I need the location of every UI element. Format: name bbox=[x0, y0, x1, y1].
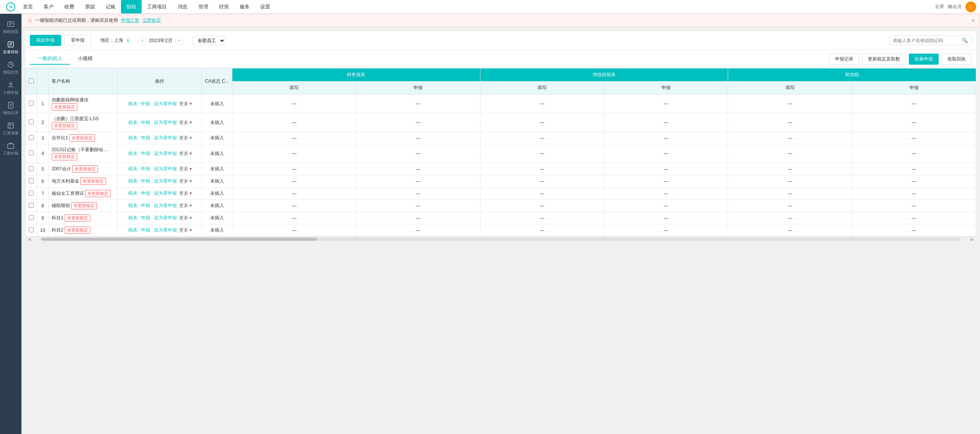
update-quota-btn[interactable]: 更新税定及取数 bbox=[862, 54, 906, 65]
tab-zero-declare[interactable]: 零申报 bbox=[64, 35, 91, 46]
row-checkbox-3[interactable] bbox=[29, 150, 34, 155]
row-checkbox-cell[interactable] bbox=[26, 200, 37, 212]
op-declare-1[interactable]: 申报 bbox=[141, 120, 150, 125]
nav-billing[interactable]: 收费 bbox=[59, 0, 80, 13]
upgrade-btn[interactable]: 畅会员 bbox=[948, 3, 962, 10]
row-checkbox-4[interactable] bbox=[29, 166, 34, 171]
sub-tab-small[interactable]: 小规模 bbox=[70, 53, 100, 65]
row-checkbox-cell[interactable] bbox=[26, 188, 37, 200]
row-checkbox-1[interactable] bbox=[29, 119, 34, 124]
op-zero-3[interactable]: 设为零申报 bbox=[154, 151, 177, 156]
op-zero-0[interactable]: 设为零申报 bbox=[154, 101, 177, 106]
op-declare-8[interactable]: 申报 bbox=[141, 215, 150, 220]
row-checkbox-cell[interactable] bbox=[26, 175, 37, 188]
app-logo[interactable] bbox=[4, 0, 18, 14]
op-taxform-2[interactable]: 税表 bbox=[128, 135, 137, 140]
scroll-thumb[interactable] bbox=[41, 238, 317, 241]
nav-manage[interactable]: 管理 bbox=[193, 0, 214, 13]
op-more-1[interactable]: 更多 ▾ bbox=[179, 120, 192, 125]
row-checkbox-cell[interactable] bbox=[26, 224, 37, 237]
op-taxform-7[interactable]: 税表 bbox=[128, 203, 137, 208]
op-taxform-0[interactable]: 税表 bbox=[128, 101, 137, 106]
nav-bookkeeping[interactable]: 记账 bbox=[100, 0, 121, 13]
nav-message[interactable]: 消息 bbox=[172, 0, 193, 13]
op-more-0[interactable]: 更多 ▾ bbox=[179, 101, 192, 106]
retrieve-result-btn[interactable]: 收取回执 bbox=[942, 54, 972, 65]
op-more-4[interactable]: 更多 ▾ bbox=[179, 166, 192, 171]
op-more-6[interactable]: 更多 ▾ bbox=[179, 191, 192, 196]
row-checkbox-cell[interactable] bbox=[26, 163, 37, 175]
nav-home[interactable]: 首页 bbox=[18, 0, 38, 13]
row-checkbox-cell[interactable] bbox=[26, 95, 37, 113]
nav-tax[interactable]: 报税 bbox=[121, 0, 142, 13]
op-more-8[interactable]: 更多 ▾ bbox=[179, 215, 192, 220]
search-input[interactable] bbox=[890, 36, 959, 45]
op-declare-9[interactable]: 申报 bbox=[141, 227, 150, 233]
row-checkbox-6[interactable] bbox=[29, 191, 34, 196]
nav-client[interactable]: 客户 bbox=[38, 0, 59, 13]
op-zero-4[interactable]: 设为零申报 bbox=[154, 166, 177, 171]
declare-record-btn[interactable]: 申报记录 bbox=[829, 54, 859, 65]
op-taxform-5[interactable]: 税表 bbox=[128, 178, 137, 184]
op-declare-2[interactable]: 申报 bbox=[141, 135, 150, 140]
row-checkbox-cell[interactable] bbox=[26, 113, 37, 132]
op-declare-0[interactable]: 申报 bbox=[141, 101, 150, 106]
row-checkbox-cell[interactable] bbox=[26, 212, 37, 224]
banner-close-btn[interactable]: ✕ bbox=[971, 18, 975, 23]
op-taxform-1[interactable]: 税表 bbox=[128, 120, 137, 125]
scroll-right-btn[interactable]: ▶ bbox=[968, 237, 976, 241]
row-checkbox-cell[interactable] bbox=[26, 144, 37, 163]
sidebar-item-overview[interactable]: 报税总览 bbox=[0, 57, 21, 78]
op-zero-1[interactable]: 设为零申报 bbox=[154, 120, 177, 125]
row-checkbox-9[interactable] bbox=[29, 227, 34, 232]
user-avatar[interactable]: C bbox=[965, 2, 976, 12]
op-taxform-9[interactable]: 税表 bbox=[128, 227, 137, 233]
batch-declare-btn[interactable]: 批量申报 bbox=[909, 54, 939, 65]
op-more-3[interactable]: 更多 ▾ bbox=[179, 151, 192, 156]
op-zero-5[interactable]: 设为零申报 bbox=[154, 178, 177, 184]
sidebar-item-personal-tax[interactable]: 个税申报 bbox=[0, 78, 21, 98]
op-taxform-4[interactable]: 税表 bbox=[128, 166, 137, 171]
op-more-9[interactable]: 更多 ▾ bbox=[179, 227, 192, 233]
op-zero-8[interactable]: 设为零申报 bbox=[154, 215, 177, 220]
scroll-left-btn[interactable]: ◀ bbox=[25, 237, 33, 241]
sidebar-item-tax-settings[interactable]: 报税设置 bbox=[0, 17, 21, 37]
sidebar-item-annual-settlement[interactable]: 汇算清缴 bbox=[0, 118, 21, 139]
op-zero-9[interactable]: 设为零申报 bbox=[154, 227, 177, 233]
row-checkbox-2[interactable] bbox=[29, 135, 34, 140]
select-all-checkbox[interactable] bbox=[29, 78, 34, 83]
op-declare-5[interactable]: 申报 bbox=[141, 178, 150, 184]
op-zero-6[interactable]: 设为零申报 bbox=[154, 191, 177, 196]
sub-tab-general[interactable]: 一般的税人 bbox=[30, 53, 70, 65]
op-taxform-3[interactable]: 税表 bbox=[128, 151, 137, 156]
tab-tax-declare[interactable]: 税款申报 bbox=[30, 35, 61, 46]
op-more-2[interactable]: 更多 ▾ bbox=[179, 135, 192, 140]
row-checkbox-cell[interactable] bbox=[26, 132, 37, 144]
nav-business[interactable]: 工商项目 bbox=[142, 0, 172, 13]
search-button[interactable]: 🔍 bbox=[959, 36, 971, 45]
op-zero-2[interactable]: 设为零申报 bbox=[154, 135, 177, 140]
row-checkbox-0[interactable] bbox=[29, 101, 34, 106]
row-checkbox-5[interactable] bbox=[29, 178, 34, 183]
nav-operation[interactable]: 经营 bbox=[214, 0, 234, 13]
fullscreen-btn[interactable]: 全屏 bbox=[935, 3, 944, 10]
op-declare-6[interactable]: 申报 bbox=[141, 191, 150, 196]
staff-select[interactable]: 全部员工 bbox=[193, 36, 225, 45]
op-zero-7[interactable]: 设为零申报 bbox=[154, 203, 177, 208]
nav-service[interactable]: 服务 bbox=[234, 0, 255, 13]
banner-link-buy[interactable]: 立即购买 bbox=[142, 17, 161, 24]
op-declare-7[interactable]: 申报 bbox=[141, 203, 150, 208]
row-checkbox-7[interactable] bbox=[29, 203, 34, 208]
row-checkbox-8[interactable] bbox=[29, 215, 34, 220]
op-declare-4[interactable]: 申报 bbox=[141, 166, 150, 171]
sidebar-item-record[interactable]: 报税记录 bbox=[0, 98, 21, 118]
op-taxform-6[interactable]: 税表 bbox=[128, 191, 137, 196]
op-declare-3[interactable]: 申报 bbox=[141, 151, 150, 156]
banner-link-declare[interactable]: 申报汇签 bbox=[121, 17, 139, 24]
horizontal-scrollbar[interactable]: ◀ ▶ bbox=[25, 237, 976, 241]
sidebar-item-batch-tax[interactable]: 批量报税 bbox=[0, 37, 21, 57]
prev-date-btn[interactable]: ‹ bbox=[138, 36, 147, 45]
op-more-5[interactable]: 更多 ▾ bbox=[179, 178, 192, 184]
op-taxform-8[interactable]: 税表 bbox=[128, 215, 137, 220]
next-date-btn[interactable]: › bbox=[175, 36, 183, 45]
